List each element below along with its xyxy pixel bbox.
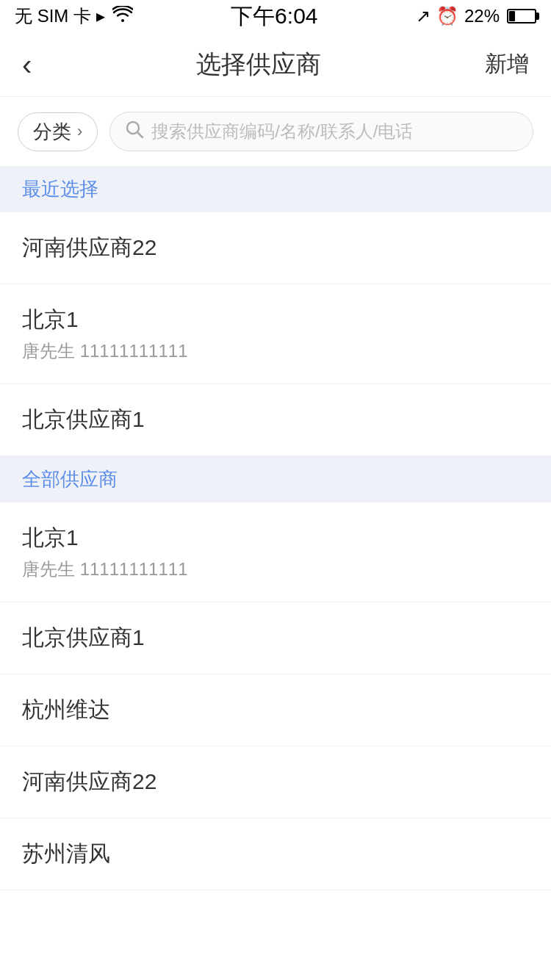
recent-list-item[interactable]: 北京1唐先生 11111111111 <box>0 284 551 384</box>
item-name: 苏州清风 <box>22 839 529 869</box>
item-name: 河南供应商22 <box>22 767 529 797</box>
status-left: 无 SIM 卡 ▸ <box>15 4 133 28</box>
all-list-item[interactable]: 北京1唐先生 11111111111 <box>0 502 551 602</box>
battery-icon <box>507 9 536 24</box>
nav-bar: ‹ 选择供应商 新增 <box>0 32 551 97</box>
status-bar: 无 SIM 卡 ▸ 下午6:04 ↗ ⏰ 22% <box>0 0 551 32</box>
chevron-right-icon: › <box>77 122 82 141</box>
status-right: ↗ ⏰ 22% <box>416 6 536 26</box>
item-name: 北京供应商1 <box>22 405 529 435</box>
item-name: 河南供应商22 <box>22 233 529 263</box>
wifi-icon <box>112 6 133 26</box>
alarm-icon: ⏰ <box>436 6 458 26</box>
item-name: 北京1 <box>22 523 529 553</box>
all-list-item[interactable]: 杭州维达 <box>0 674 551 746</box>
category-label: 分类 <box>33 119 71 145</box>
location-icon: ↗ <box>416 6 431 26</box>
all-list-item[interactable]: 河南供应商22 <box>0 746 551 818</box>
status-time: 下午6:04 <box>231 1 317 32</box>
recent-section-label: 最近选择 <box>22 178 98 200</box>
recent-section-header: 最近选择 <box>0 166 551 212</box>
battery-percentage: 22% <box>464 6 500 26</box>
item-name: 北京1 <box>22 305 529 335</box>
back-button[interactable]: ‹ <box>22 50 32 79</box>
all-section-label: 全部供应商 <box>22 468 118 490</box>
no-sim-text: 无 SIM 卡 ▸ <box>15 4 105 28</box>
all-list: 北京1唐先生 11111111111北京供应商1杭州维达河南供应商22苏州清风 <box>0 502 551 890</box>
page-title: 选择供应商 <box>196 48 321 82</box>
search-icon <box>125 120 144 143</box>
all-list-item[interactable]: 北京供应商1 <box>0 602 551 674</box>
filter-bar: 分类 › 搜索供应商编码/名称/联系人/电话 <box>0 97 551 166</box>
all-section-header: 全部供应商 <box>0 456 551 502</box>
item-sub: 唐先生 11111111111 <box>22 339 529 363</box>
all-list-item[interactable]: 苏州清风 <box>0 818 551 890</box>
recent-list-item[interactable]: 河南供应商22 <box>0 212 551 284</box>
item-name: 北京供应商1 <box>22 623 529 653</box>
recent-list-item[interactable]: 北京供应商1 <box>0 384 551 456</box>
category-filter-button[interactable]: 分类 › <box>18 112 98 151</box>
item-name: 杭州维达 <box>22 695 529 725</box>
search-input[interactable]: 搜索供应商编码/名称/联系人/电话 <box>151 120 413 143</box>
recent-list: 河南供应商22北京1唐先生 11111111111北京供应商1 <box>0 212 551 456</box>
item-sub: 唐先生 11111111111 <box>22 558 529 581</box>
svg-line-1 <box>137 132 143 137</box>
search-box[interactable]: 搜索供应商编码/名称/联系人/电话 <box>109 112 533 151</box>
new-supplier-button[interactable]: 新增 <box>485 49 529 79</box>
